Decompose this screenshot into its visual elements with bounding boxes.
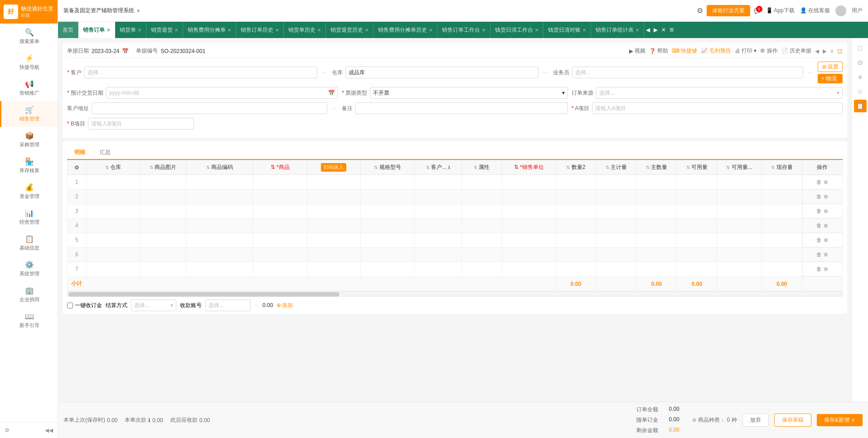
- tab-sales-order[interactable]: 销售订单 ✕: [78, 22, 115, 38]
- fullscreen-icon[interactable]: ⊡: [837, 48, 843, 55]
- payment-account-select[interactable]: 选择...: [205, 299, 251, 311]
- deposit-checkbox[interactable]: [67, 303, 73, 308]
- tab-close-goods-history[interactable]: ✕: [317, 28, 321, 33]
- tab-order-workbench[interactable]: 销售订单工作台 ✕: [437, 22, 490, 38]
- add-field-button[interactable]: + 物流: [818, 74, 843, 83]
- sidebar-item-marketing[interactable]: 📢 营销推广: [0, 75, 58, 101]
- tab-goods-history[interactable]: 销货单历史 ✕: [284, 22, 326, 38]
- row-2-code[interactable]: [186, 189, 253, 204]
- discard-button[interactable]: 放弃: [742, 414, 769, 427]
- col-code[interactable]: ⇅ 商品编码: [186, 160, 253, 175]
- tab-next[interactable]: ▶: [652, 27, 659, 33]
- row-4-copy-icon[interactable]: ⊕: [824, 222, 828, 229]
- user-avatar[interactable]: [835, 5, 846, 16]
- tab-close-fee[interactable]: ✕: [228, 28, 231, 33]
- row-1-customer[interactable]: [414, 175, 461, 190]
- row-2-qty2[interactable]: [556, 189, 596, 204]
- row-2-main-qty[interactable]: [636, 189, 677, 204]
- current-owe-info[interactable]: ℹ: [148, 417, 150, 424]
- goods-count-icon[interactable]: ⊙: [692, 417, 697, 423]
- user-name[interactable]: 用户: [852, 7, 863, 14]
- tab-close-cash-workbench[interactable]: ✕: [535, 28, 538, 33]
- tab-close-workbench[interactable]: ✕: [482, 28, 485, 33]
- col-attr[interactable]: ⇅ 属性: [461, 160, 502, 175]
- op-btn[interactable]: ⚙ 操作: [760, 47, 777, 55]
- row-1-available[interactable]: [677, 175, 717, 190]
- row-3-copy-icon[interactable]: ⊕: [824, 208, 828, 214]
- row-2-attr[interactable]: [461, 189, 502, 204]
- row-2-product[interactable]: [253, 189, 307, 204]
- sidebar-item-guide[interactable]: 📖 新手引导: [0, 308, 58, 333]
- row-1-image[interactable]: [140, 175, 186, 190]
- col-available2[interactable]: ⇅ 可用量...: [717, 160, 761, 175]
- col-warehouse[interactable]: ⇅ 仓库: [86, 160, 140, 175]
- industry-btn[interactable]: 体验行业方案: [707, 5, 750, 16]
- col-qty2[interactable]: ⇅ 数量2: [556, 160, 596, 175]
- row-1-code[interactable]: [186, 175, 253, 190]
- online-service[interactable]: 👤 在线客服: [800, 7, 830, 14]
- col-main-unit[interactable]: ⇅ 主计量: [596, 160, 636, 175]
- tab-sales-return[interactable]: 销货退货 ✕: [146, 22, 183, 38]
- tab-prev[interactable]: ◀: [644, 27, 652, 33]
- row-7-copy-icon[interactable]: ⊕: [824, 266, 828, 272]
- tab-menu[interactable]: ≡: [668, 26, 675, 34]
- sidebar-item-inventory[interactable]: 🏪 库存核算: [0, 153, 58, 178]
- sidebar-item-company[interactable]: 🏢 企业协同: [0, 282, 58, 308]
- system-dropdown-icon[interactable]: ▾: [137, 8, 140, 14]
- tab-sales-fee[interactable]: 销售费用分摊单 ✕: [183, 22, 236, 38]
- settings-icon[interactable]: ⚙: [5, 427, 10, 433]
- nav-next-icon[interactable]: ▶: [823, 48, 827, 54]
- row-2-copy-icon[interactable]: ⊕: [824, 193, 828, 200]
- col-unit[interactable]: ⇅ *销售单位: [502, 160, 556, 175]
- tab-order-history[interactable]: 销售订单历史 ✕: [236, 22, 284, 38]
- sidebar-item-purchase[interactable]: 📦 采购管理: [0, 127, 58, 153]
- sidebar-item-basic[interactable]: 📋 基础信息: [0, 230, 58, 256]
- row-7-delete-icon[interactable]: 🗑: [816, 266, 822, 272]
- row-2-available[interactable]: [677, 189, 717, 204]
- notification-badge[interactable]: 💬 9: [754, 8, 761, 14]
- row-6-copy-icon[interactable]: ⊕: [824, 251, 828, 258]
- sidebar-item-operation[interactable]: 📊 经营管理: [0, 204, 58, 230]
- account-more[interactable]: ···: [254, 302, 259, 308]
- tab-close-return-history[interactable]: ✕: [365, 28, 369, 33]
- profit-btn[interactable]: 📈 毛利预告: [701, 47, 731, 55]
- sidebar-item-finance[interactable]: 💰 资金管理: [0, 178, 58, 204]
- sidebar-item-search[interactable]: 🔍 搜索菜单: [0, 24, 58, 49]
- tab-stats[interactable]: 销售订单统计表 ✕: [591, 22, 644, 38]
- layout-icon[interactable]: ≡: [830, 48, 834, 54]
- history-btn[interactable]: 📄 历史单据: [781, 47, 811, 55]
- row-2-spec[interactable]: [361, 189, 415, 204]
- help-btn[interactable]: ❓ 帮助: [649, 47, 668, 55]
- setting-button[interactable]: ⚙ 设置: [818, 62, 843, 72]
- row-1-warehouse[interactable]: [86, 175, 140, 190]
- row-1-available2[interactable]: [717, 175, 761, 190]
- row-2-warehouse[interactable]: [86, 189, 140, 204]
- shortcut-btn[interactable]: ⌨ 快捷键: [672, 47, 697, 55]
- delivery-date-input[interactable]: yyyy-mm-dd 📅: [106, 87, 338, 99]
- col-spec[interactable]: ⇅ 规格型号: [361, 160, 415, 175]
- row-2-main-unit[interactable]: [596, 189, 636, 204]
- right-panel-icon-4[interactable]: ☆: [854, 85, 867, 98]
- col-image[interactable]: ⇅ 商品图片: [140, 160, 186, 175]
- col-customer-code[interactable]: ⇅ 客户... ℹ: [414, 160, 461, 175]
- tab-close-return[interactable]: ✕: [175, 28, 178, 33]
- tab-return-history[interactable]: 销货退货历史 ✕: [326, 22, 373, 38]
- row-2-available2[interactable]: [717, 189, 761, 204]
- tab-close-sales-order[interactable]: ✕: [107, 28, 110, 33]
- row-5-delete-icon[interactable]: 🗑: [816, 237, 822, 243]
- b-project-input[interactable]: 请输入B项目: [88, 118, 194, 130]
- row-1-product[interactable]: [253, 175, 307, 190]
- right-panel-icon-5[interactable]: 📋: [854, 100, 867, 112]
- tab-sales-goods[interactable]: 销货单 ✕: [115, 22, 146, 38]
- row-2-unit[interactable]: [502, 189, 556, 204]
- row-6-delete-icon[interactable]: 🗑: [816, 251, 822, 258]
- row-1-main-unit[interactable]: [596, 175, 636, 190]
- sidebar-item-sales[interactable]: 🛒 销售管理: [0, 101, 58, 127]
- salesperson-input[interactable]: 选择...: [572, 67, 803, 78]
- row-1-copy-icon[interactable]: ⊕: [824, 179, 828, 185]
- right-panel-icon-1[interactable]: □: [854, 42, 867, 54]
- row-1-spec[interactable]: [361, 175, 415, 190]
- row-1-attr[interactable]: [461, 175, 502, 190]
- col-settings[interactable]: ⚙: [68, 160, 87, 175]
- address-input[interactable]: [92, 102, 327, 114]
